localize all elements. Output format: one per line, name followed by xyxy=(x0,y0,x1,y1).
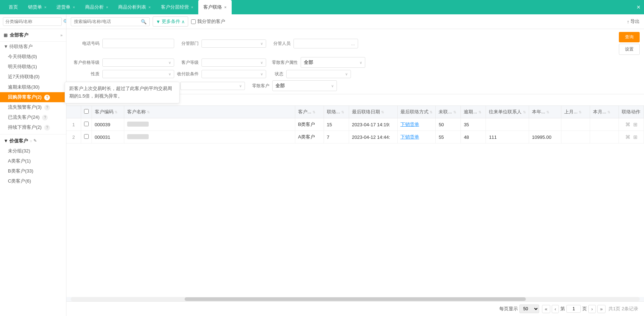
col-header-contacts[interactable]: 往来单位联系人 xyxy=(486,106,529,118)
customer-grade-select[interactable]: ∨ xyxy=(201,58,266,67)
status-select[interactable]: ∨ xyxy=(286,70,351,78)
row-2-overdue: 48 xyxy=(461,131,486,143)
close-customer-contact-icon[interactable]: × xyxy=(224,5,226,9)
col-header-thisyear[interactable]: 本年... xyxy=(529,106,561,118)
nature-select[interactable]: ∨ xyxy=(102,70,174,78)
export-button[interactable]: ↑ 导出 xyxy=(627,18,640,25)
close-product-analysis-icon[interactable]: × xyxy=(106,5,108,9)
col-header-type[interactable]: 客户... xyxy=(295,106,324,118)
close-sales-order-icon[interactable]: × xyxy=(44,5,46,9)
retail-customer-select[interactable]: 全部 ∨ xyxy=(272,80,337,91)
row-2-select-checkbox[interactable] xyxy=(84,134,89,139)
row-1-select-checkbox[interactable] xyxy=(84,122,89,126)
filter-row-1: 电话号码 分管部门 ∨ 分管人员 ... 查询 设置 xyxy=(71,32,640,55)
sidebar-collapse-icon[interactable]: » xyxy=(60,33,62,37)
prev-page-button[interactable]: ‹ xyxy=(552,305,559,313)
declining-badge: ? xyxy=(44,125,50,131)
col-header-lastmonth[interactable]: 上月... xyxy=(561,106,590,118)
sidebar-item-churned[interactable]: 已流失客户(24) ? xyxy=(0,112,66,122)
value-group-edit-icon[interactable]: ○ xyxy=(29,139,32,143)
row-2-grid-icon[interactable]: ⊞ xyxy=(633,134,638,140)
first-page-button[interactable]: « xyxy=(542,305,550,313)
total-records: 共1页 2条记录 xyxy=(608,306,638,312)
page-size-select[interactable]: 50 10 20 100 xyxy=(519,305,539,313)
row-1-link-icon[interactable]: ⌘ xyxy=(625,122,630,127)
my-customers-checkbox[interactable] xyxy=(191,19,196,24)
nav-customer-contact[interactable]: 客户联络 × xyxy=(198,0,231,14)
close-customer-tier-icon[interactable]: × xyxy=(191,5,193,9)
col-header-method[interactable]: 最后联络方式 xyxy=(397,106,436,118)
page-number-input[interactable] xyxy=(566,305,581,313)
query-button[interactable]: 查询 xyxy=(619,32,640,42)
phone-input[interactable] xyxy=(102,39,174,48)
sidebar-item-class-b[interactable]: B类客户(33) xyxy=(0,166,66,176)
row-2-method-link[interactable]: 下销货单 xyxy=(400,134,419,140)
col-header-name[interactable]: 客户名称 xyxy=(124,106,295,118)
manager-select[interactable]: ... xyxy=(293,39,358,48)
sidebar-item-class-a[interactable]: A类客户(1) xyxy=(0,156,66,166)
row-1-action: ⌘ ⊞ xyxy=(619,118,644,131)
scrollbar-thumb[interactable] xyxy=(185,297,526,301)
row-2-link-icon[interactable]: ⌘ xyxy=(625,134,630,140)
tooltip-box: 距客户上次交易时长，超过了此客户的平均交易周期的1.5倍，则视为异常。 xyxy=(66,82,180,103)
sidebar-item-overdue[interactable]: 逾期未联络(30) xyxy=(0,82,66,92)
category-search-input[interactable] xyxy=(3,17,62,26)
pending-contact-section-title[interactable]: ▼ 待联络客户 xyxy=(0,42,66,52)
sidebar-item-declining[interactable]: 持续下滑客户(2) ? xyxy=(0,122,66,132)
next-page-button[interactable]: › xyxy=(588,305,596,313)
close-product-analysis-list-icon[interactable]: × xyxy=(148,5,150,9)
row-1-grid-icon[interactable]: ⊞ xyxy=(633,122,638,127)
col-header-code[interactable]: 客户编码 xyxy=(92,106,124,118)
close-purchase-order-icon[interactable]: × xyxy=(73,5,75,9)
row-1-code: 000039 xyxy=(92,118,124,131)
nav-product-analysis-list[interactable]: 商品分析列表 × xyxy=(113,0,156,14)
col-header-thismonth[interactable]: 本月... xyxy=(590,106,619,118)
search-icon[interactable]: 🔍 xyxy=(141,19,147,24)
retail-attr-select[interactable]: 全部 ∨ xyxy=(301,57,365,68)
filter-bar: 🔍 ▼ 更多条件 ∧ 我分管的客户 ↑ 导出 xyxy=(66,14,644,29)
col-header-contact[interactable]: 联络... xyxy=(324,106,349,118)
value-customers-title[interactable]: ▼ 价值客户 ○ ✎ xyxy=(0,136,66,146)
nav-home[interactable]: 首页 xyxy=(4,0,23,14)
row-1-thismonth xyxy=(590,118,619,131)
row-1-date: 2023-04-17 14:19: xyxy=(349,118,397,131)
horizontal-scrollbar[interactable] xyxy=(71,297,640,301)
sidebar-item-today[interactable]: 今天待联络(0) xyxy=(0,52,66,62)
row-2-action-icons: ⌘ ⊞ xyxy=(622,134,641,140)
manager-select-dots[interactable]: ... xyxy=(351,41,355,46)
dept-select[interactable]: ∨ xyxy=(201,39,266,48)
filter-row-2: 客户价格等级 ∨ 客户等级 ∨ 零散客户属性 全部 ∨ xyxy=(71,57,640,68)
value-group-add-icon[interactable]: ✎ xyxy=(33,138,37,143)
table-area: 客户编码 客户名称 客户... 联络... 最后联络日期 xyxy=(66,106,644,297)
price-grade-select[interactable]: ∨ xyxy=(102,58,174,67)
settings-button[interactable]: 设置 xyxy=(619,44,640,55)
top-navigation: 首页 销货单 × 进货单 × 商品分析 × 商品分析列表 × 客户分层经营 × … xyxy=(0,0,644,14)
sidebar-item-tomorrow[interactable]: 明天待联络(1) xyxy=(0,62,66,72)
col-header-unreached[interactable]: 未联... xyxy=(436,106,461,118)
close-all-tabs-button[interactable]: × xyxy=(636,4,640,11)
nav-sales-order[interactable]: 销货单 × xyxy=(23,0,51,14)
last-page-button[interactable]: » xyxy=(597,305,606,313)
churn-warning-badge: ? xyxy=(44,105,50,110)
nav-purchase-order[interactable]: 进货单 × xyxy=(51,0,80,14)
sidebar-item-repeat-abnormal[interactable]: 回购异常客户(2) ? xyxy=(0,92,66,102)
customer-type-select[interactable]: ∨ xyxy=(180,82,245,90)
sidebar-item-churn-warning[interactable]: 流失预警客户(3) ? xyxy=(0,102,66,112)
sidebar-item-ungrouped[interactable]: 未分组(32) xyxy=(0,146,66,156)
col-header-overdue[interactable]: 逾期... xyxy=(461,106,486,118)
price-grade-arrow: ∨ xyxy=(168,61,171,65)
nature-label: 性质 xyxy=(71,71,99,77)
select-all-checkbox[interactable] xyxy=(84,109,89,114)
sidebar-item-class-c[interactable]: C类客户(6) xyxy=(0,176,66,186)
payment-select[interactable]: ∨ xyxy=(201,70,266,78)
category-search-icon[interactable]: 🔍 xyxy=(63,19,66,24)
row-1-overdue: 35 xyxy=(461,118,486,131)
search-input[interactable] xyxy=(74,19,141,24)
col-header-date[interactable]: 最后联络日期 xyxy=(349,106,397,118)
nav-customer-tier[interactable]: 客户分层经营 × xyxy=(156,0,198,14)
more-conditions-button[interactable]: ▼ 更多条件 ∧ xyxy=(153,16,188,27)
nav-product-analysis[interactable]: 商品分析 × xyxy=(80,0,113,14)
sidebar-item-7days[interactable]: 近7天待联络(0) xyxy=(0,72,66,82)
row-2-date: 2023-04-12 14:44: xyxy=(349,131,397,143)
row-1-method-link[interactable]: 下销货单 xyxy=(400,122,419,127)
